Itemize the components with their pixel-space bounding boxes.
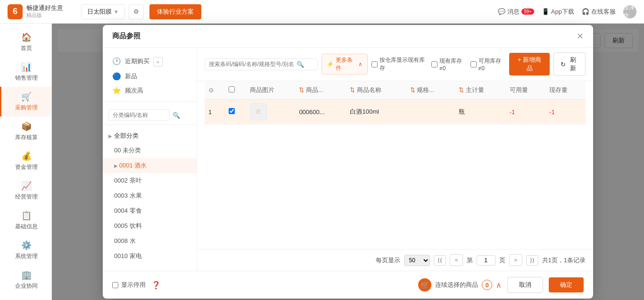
next-page-button[interactable]: ＞ [509, 254, 522, 266]
td-unit: 瓶 [455, 100, 505, 125]
checkbox-available-nonzero[interactable]: 可用库存≠0 [471, 57, 505, 72]
headset-icon: 🎧 [582, 8, 589, 15]
quick-item-recent[interactable]: 🕐 近期购买 « [108, 53, 191, 69]
basic-icon: 📋 [21, 210, 32, 221]
prev-page-button[interactable]: ＜ [450, 254, 463, 266]
category-search-input[interactable] [108, 109, 170, 121]
modal-body: 🕐 近期购买 « 🔵 新品 ⭐ 频次高 [103, 48, 593, 271]
page-size-select[interactable]: 50 100 200 [404, 255, 430, 266]
modal-close-button[interactable]: ✕ [577, 32, 584, 41]
th-code[interactable]: ⇅ 商品... [295, 81, 346, 100]
row-checkbox[interactable] [229, 108, 235, 114]
modal-left-panel: 🕐 近期购买 « 🔵 新品 ⭐ 频次高 [103, 48, 197, 271]
toolbar-right: + 新增商品 ↻ 刷新 [509, 52, 586, 76]
checkbox-stock-nonzero[interactable]: 现有库存≠0 [431, 57, 466, 72]
all-categories-item[interactable]: ▶ 全部分类 [103, 129, 197, 143]
cancel-button[interactable]: 取消 [507, 277, 543, 293]
sidebar-item-purchase[interactable]: 🛒 采购管理 [0, 87, 51, 117]
sidebar-item-sales[interactable]: 📊 销售管理 [0, 57, 51, 87]
checkbox-warehouse[interactable]: 按仓库显示现有库存 [372, 56, 428, 72]
th-spec[interactable]: ⇅ 规格... [406, 81, 455, 100]
warehouse-checkbox[interactable] [372, 61, 378, 67]
sidebar-item-basic[interactable]: 📋 基础信息 [0, 206, 51, 235]
sidebar-item-enterprise[interactable]: 🏢 企业协同 [0, 265, 51, 295]
trial-button[interactable]: 体验行业方案 [149, 4, 201, 19]
th-stock: 现存量 [545, 81, 586, 100]
show-disabled-checkbox[interactable] [112, 282, 118, 288]
filter-icon: ⚡ [327, 61, 334, 67]
stock-nonzero-checkbox[interactable] [431, 61, 438, 67]
sidebar-item-inventory[interactable]: 📦 库存核算 [0, 117, 51, 146]
category-item-0008[interactable]: 0008 水 [103, 233, 197, 249]
sidebar-item-finance[interactable]: 💰 资金管理 [0, 146, 51, 176]
refresh-icon: ↻ [561, 61, 566, 68]
quick-item-frequent[interactable]: ⭐ 频次高 [108, 83, 191, 98]
td-stock: -1 [545, 100, 586, 125]
refresh-button[interactable]: ↻ 刷新 [553, 52, 586, 76]
sales-icon: 📊 [21, 62, 32, 72]
messages-button[interactable]: 💬 消息 99+ [498, 8, 534, 16]
quick-item-new[interactable]: 🔵 新品 [108, 69, 191, 83]
category-item-0005[interactable]: 0005 饮料 [103, 218, 197, 233]
category-item-0010[interactable]: 0010 家电 [103, 249, 197, 264]
logo-icon: 6 [8, 4, 23, 19]
expand-icon: ▶ [108, 133, 112, 139]
filter-button[interactable]: ⚡ 更多条件 ∧ [322, 54, 368, 75]
th-checkbox [225, 81, 246, 100]
category-item-0004[interactable]: 0004 零食 [103, 203, 197, 218]
td-available: -1 [506, 100, 546, 125]
sidebar-item-system[interactable]: ⚙️ 系统管理 [0, 235, 51, 265]
sidebar-item-operations[interactable]: 📈 经营管理 [0, 176, 51, 206]
modal-toolbar: 🔍 ⚡ 更多条件 ∧ 按仓库显示现有库存 [197, 48, 593, 81]
show-disabled-label[interactable]: 显示停用 [112, 281, 146, 289]
collapse-button[interactable]: « [153, 57, 163, 67]
category-section: ▶ 全部分类 00 未分类 ▶ 0001 酒水 0002 [103, 125, 197, 267]
th-unit[interactable]: ⇅ 主计量 [455, 81, 505, 100]
search-icon[interactable]: 🔍 [297, 61, 304, 68]
category-item-0002[interactable]: 0002 茶叶 [103, 173, 197, 188]
sidebar-item-guide[interactable]: 🎯 新手引导 [0, 295, 51, 300]
first-page-button[interactable]: ⟨⟨ [434, 255, 446, 266]
nav-selector[interactable]: 日太阳膜 ▼ [81, 4, 125, 19]
sort-icon: ⇅ [299, 86, 304, 93]
main-layout: 🏠 首页 📊 销售管理 🛒 采购管理 📦 库存核算 💰 资金管理 📈 经营管理 … [0, 24, 644, 300]
gear-icon[interactable]: ⚙ [129, 4, 144, 19]
logo-text: 畅捷通好生意 [26, 4, 63, 12]
user-menu[interactable]: 徐泽华 [623, 5, 636, 18]
table-body: 1 图 000 [205, 100, 586, 125]
modal-right-panel: 🔍 ⚡ 更多条件 ∧ 按仓库显示现有库存 [197, 48, 593, 271]
app-download-button[interactable]: 📱 App下载 [542, 8, 574, 16]
select-all-checkbox[interactable] [229, 86, 235, 92]
recent-icon: 🕐 [112, 57, 121, 66]
collapse-cart-icon[interactable]: ∧ [496, 281, 502, 290]
search-icon[interactable]: 🔍 [173, 112, 180, 119]
page-number-input[interactable] [477, 255, 495, 266]
category-item-00[interactable]: 00 未分类 [103, 143, 197, 158]
chevron-up-icon: ∧ [358, 61, 363, 67]
td-image: 图 [246, 100, 296, 125]
total-info: 共1页，1条记录 [542, 256, 586, 265]
category-search-wrap: 🔍 [103, 106, 197, 125]
finance-icon: 💰 [21, 151, 32, 161]
available-nonzero-checkbox[interactable] [471, 61, 477, 67]
cart-icon: 🛒 [418, 278, 431, 292]
th-name[interactable]: ⇅ 商品名称 [346, 81, 406, 100]
category-item-0001[interactable]: ▶ 0001 酒水 [103, 158, 197, 173]
product-search-input[interactable] [209, 61, 294, 67]
modal-title: 商品参照 [112, 32, 140, 41]
sidebar-item-home[interactable]: 🏠 首页 [0, 27, 51, 57]
modal-header: 商品参照 ✕ [103, 25, 593, 48]
system-icon: ⚙️ [21, 240, 32, 250]
page-label: 第 [467, 256, 473, 265]
confirm-button[interactable]: 确定 [549, 277, 584, 292]
operations-icon: 📈 [21, 181, 32, 191]
th-image: 商品图片 [246, 81, 296, 100]
last-page-button[interactable]: ⟩⟩ [526, 255, 538, 266]
modal-overlay: 商品参照 ✕ 🕐 近期购买 « � [52, 24, 644, 300]
category-item-0003[interactable]: 0003 水果 [103, 188, 197, 203]
online-service-button[interactable]: 🎧 在线客服 [582, 8, 616, 16]
page-size-label: 每页显示 [376, 256, 400, 265]
help-icon[interactable]: ❓ [151, 281, 161, 290]
add-product-button[interactable]: + 新增商品 [509, 53, 550, 75]
table-row[interactable]: 1 图 000 [205, 100, 586, 125]
